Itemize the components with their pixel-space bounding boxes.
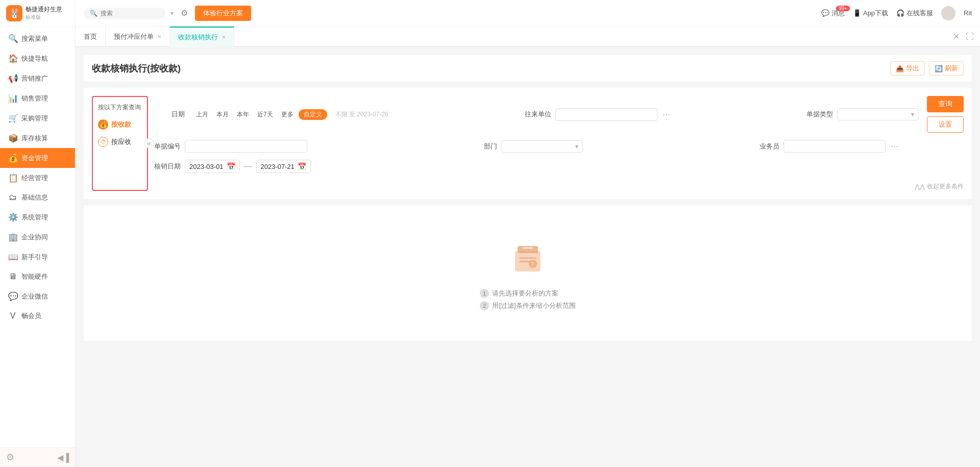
collection-icon: 💰 — [98, 119, 108, 130]
date-label: 日期 — [154, 110, 185, 119]
tip2-text: 用[过滤]条件来缩小分析范围 — [492, 301, 575, 310]
tab-collect-close[interactable]: × — [222, 34, 226, 41]
verification-date-start[interactable]: 2023-03-01 📅 — [185, 160, 240, 173]
sidebar-item-purchase[interactable]: 🛒采购管理 — [0, 108, 75, 128]
sales-icon: 📊 — [8, 93, 17, 103]
sidebar-item-search-menu[interactable]: 🔍搜索菜单 — [0, 29, 75, 48]
sidebar-nav: 🔍搜索菜单🏠快捷导航📢营销推广📊销售管理🛒采购管理📦库存核算💰资金管理📋经营管理… — [0, 27, 75, 447]
verification-date-end[interactable]: 2023-07-21 📅 — [256, 160, 311, 173]
sidebar-item-basic[interactable]: 🗂基础信息 — [0, 188, 75, 207]
sales-label: 销售管理 — [21, 94, 48, 103]
tab-collect-label: 收款核销执行 — [178, 33, 218, 42]
online-service-btn[interactable]: 🎧 在线客服 — [896, 9, 933, 18]
chevron-down-icon[interactable]: ▾ — [170, 10, 174, 17]
filter-sidebar-title: 按以下方案查询 — [93, 101, 147, 116]
business-icon: 📋 — [8, 173, 17, 183]
salesperson-input[interactable] — [783, 140, 886, 153]
date-btn-custom[interactable]: 自定义 — [299, 109, 327, 120]
inventory-icon: 📦 — [8, 133, 17, 143]
tab-home[interactable]: 首页 — [76, 27, 106, 47]
quick-nav-icon: 🏠 — [8, 54, 17, 63]
maximize-icon[interactable]: ⛶ — [964, 31, 976, 42]
salesperson-picker-icon[interactable]: ··· — [891, 141, 898, 152]
filter-option-receivable[interactable]: ⏱ 按应收 — [93, 133, 147, 151]
purchase-label: 采购管理 — [21, 114, 48, 123]
app-label: App下载 — [863, 9, 888, 18]
date-btn-this-year[interactable]: 本年 — [234, 109, 252, 120]
filter-sidebar-collapse-btn[interactable]: ≪ — [144, 138, 154, 149]
tab-prepay-close[interactable]: × — [158, 33, 161, 40]
verification-date-range: 2023-03-01 📅 — 2023-07-21 📅 — [185, 160, 311, 173]
svg-rect-2 — [523, 247, 533, 249]
sidebar-item-beginner[interactable]: 📖新手引导 — [0, 247, 75, 267]
department-select[interactable]: ▾ — [501, 140, 583, 153]
refresh-button[interactable]: 🔄 刷新 — [929, 61, 964, 76]
date-end-value: 2023-07-21 — [261, 163, 295, 170]
tab-prepay[interactable]: 预付冲应付单 × — [106, 27, 170, 47]
sidebar-item-sales[interactable]: 📊销售管理 — [0, 88, 75, 108]
empty-tip-1: 1 请先选择要分析的方案 — [480, 289, 575, 298]
refresh-label: 刷新 — [945, 64, 958, 73]
member-icon: V — [8, 311, 17, 321]
marketing-label: 营销推广 — [21, 74, 48, 83]
collapse-sidebar-icon[interactable]: ◀▐ — [57, 453, 69, 462]
doc-type-select[interactable]: ▾ — [837, 108, 919, 120]
export-button[interactable]: 📤 导出 — [890, 61, 925, 76]
filter-row-3: 核销日期 2023-03-01 📅 — 2023-07-21 📅 — [154, 160, 964, 173]
date-btn-this-month[interactable]: 本月 — [213, 109, 232, 120]
search-icon: 🔍 — [90, 10, 97, 17]
date-btn-more[interactable]: 更多 — [278, 109, 297, 120]
tip1-text: 请先选择要分析的方案 — [492, 289, 558, 298]
counterpart-input[interactable] — [555, 108, 657, 121]
tab-home-label: 首页 — [84, 32, 97, 41]
date-btn-prev-month[interactable]: 上月 — [193, 109, 211, 120]
beginner-label: 新手引导 — [21, 253, 48, 262]
business-label: 经营管理 — [21, 174, 48, 183]
sidebar-item-inventory[interactable]: 📦库存核算 — [0, 128, 75, 148]
service-icon: 🎧 — [896, 9, 904, 17]
query-button[interactable]: 查询 — [927, 96, 964, 112]
tab-collect[interactable]: 收款核销执行 × — [170, 27, 234, 47]
filter-actions: 查询 设置 — [927, 96, 964, 133]
export-label: 导出 — [906, 64, 919, 73]
settings-button[interactable]: 设置 — [927, 116, 964, 133]
close-all-tabs-icon[interactable]: ✕ — [951, 31, 962, 42]
tab-prepay-label: 预付冲应付单 — [114, 32, 154, 41]
wechat-icon: 💬 — [8, 291, 17, 301]
search-box[interactable]: 🔍 — [84, 8, 165, 19]
search-input[interactable] — [101, 10, 159, 17]
svg-rect-6 — [519, 261, 530, 262]
counterpart-picker-icon[interactable]: ··· — [663, 109, 670, 120]
date-btn-7days[interactable]: 近7天 — [254, 109, 276, 120]
sidebar-item-member[interactable]: V畅会员 — [0, 306, 75, 326]
finance-label: 资金管理 — [21, 154, 48, 163]
topbar-gear-icon[interactable]: ⚙ — [181, 8, 188, 18]
user-name[interactable]: Rit — [964, 9, 972, 17]
settings-icon[interactable]: ⚙ — [6, 452, 14, 463]
sidebar-item-business[interactable]: 📋经营管理 — [0, 168, 75, 188]
empty-illustration: ? — [505, 236, 551, 282]
sidebar-item-finance[interactable]: 💰资金管理 — [0, 148, 75, 168]
service-label: 在线客服 — [906, 9, 933, 18]
calendar-start-icon: 📅 — [227, 162, 235, 170]
sidebar-item-hardware[interactable]: 🖥智能硬件 — [0, 267, 75, 286]
sidebar-item-enterprise[interactable]: 🏢企业协同 — [0, 227, 75, 247]
sidebar-item-marketing[interactable]: 📢营销推广 — [0, 68, 75, 88]
sidebar-item-system[interactable]: ⚙️系统管理 — [0, 207, 75, 227]
industry-btn[interactable]: 体验行业方案 — [195, 6, 251, 21]
doc-number-input[interactable] — [185, 140, 307, 153]
date-range-separator: — — [244, 162, 252, 171]
svg-text:?: ? — [531, 261, 534, 267]
refresh-icon: 🔄 — [935, 65, 943, 72]
tab-actions: ✕ ⛶ — [947, 31, 980, 42]
sidebar-item-quick-nav[interactable]: 🏠快捷导航 — [0, 48, 75, 68]
message-btn[interactable]: 💬 消息 99+ — [821, 9, 845, 18]
search-menu-label: 搜索菜单 — [21, 34, 48, 43]
page-header: 收款核销执行(按收款) 📤 导出 🔄 刷新 — [84, 55, 972, 82]
filter-option-collection[interactable]: 💰 按收款 — [93, 116, 147, 133]
app-download-btn[interactable]: 📱 App下载 — [853, 9, 888, 18]
salesperson-field: 业务员 ··· — [760, 140, 898, 153]
collapse-more-label: 收起更多条件 — [927, 182, 964, 191]
sidebar-item-wechat[interactable]: 💬企业微信 — [0, 286, 75, 306]
collapse-more-btn[interactable]: ⋀⋀ 收起更多条件 — [154, 180, 964, 191]
